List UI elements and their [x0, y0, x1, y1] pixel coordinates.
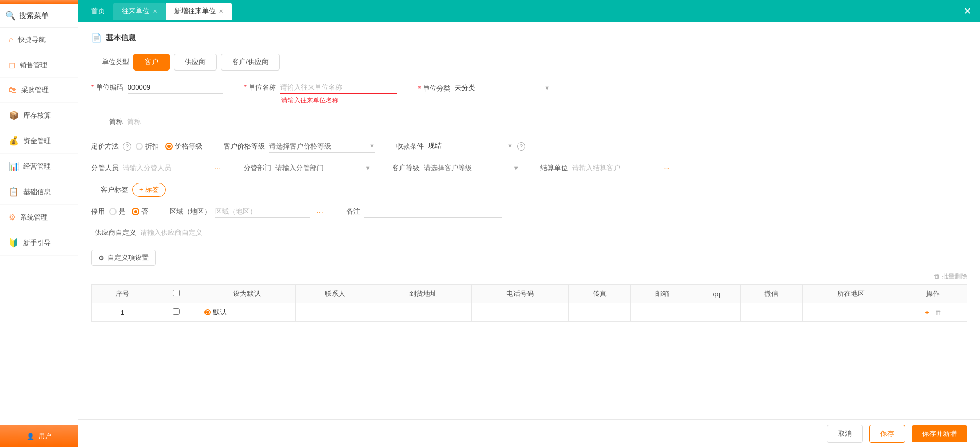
home-icon: ⌂ [8, 35, 14, 45]
unit-type-row: 单位类型 客户 供应商 客户/供应商 [91, 54, 967, 71]
pricing-help-icon[interactable]: ? [123, 142, 131, 151]
radio-no-label: 否 [141, 207, 148, 216]
remark-input[interactable] [364, 205, 502, 218]
pricing-radio-group: 折扣 价格等级 [136, 142, 202, 151]
payment-terms-select[interactable]: 现结 ▼ [428, 139, 513, 153]
customer-level-select[interactable]: ▼ [424, 162, 519, 174]
purchase-icon: 🛍 [8, 85, 17, 95]
cell-contact [296, 303, 375, 322]
sidebar-footer: 👤 用户 [0, 425, 78, 447]
sidebar-item-label: 资金管理 [23, 136, 51, 146]
radio-disabled-yes[interactable]: 是 [109, 207, 126, 216]
supplier-custom-input[interactable] [140, 226, 278, 239]
sidebar-item-purchase[interactable]: 🛍 采购管理 [0, 78, 78, 103]
tab-contacts-close[interactable]: ✕ [153, 8, 157, 15]
tab-new-contact[interactable]: 新增往来单位 ✕ [166, 3, 232, 20]
cell-fax [568, 303, 631, 322]
type-button-group: 客户 供应商 客户/供应商 [133, 54, 280, 71]
sidebar-item-finance[interactable]: 💰 资金管理 [0, 128, 78, 154]
dept-input[interactable] [275, 164, 365, 172]
unit-name-input[interactable] [280, 81, 397, 94]
manager-input[interactable] [123, 162, 208, 174]
sidebar-item-label: 基础信息 [23, 187, 51, 197]
pricing-method-label: 定价方法 [91, 142, 119, 151]
row-add-btn[interactable]: + [925, 309, 929, 317]
sidebar-bottom-label: 用户 [39, 432, 51, 441]
customer-level-input[interactable] [424, 164, 513, 172]
sidebar-item-label: 销售管理 [20, 60, 47, 70]
tabbar-close-btn[interactable]: ✕ [959, 5, 976, 17]
save-button[interactable]: 保存 [869, 425, 905, 443]
unit-category-select[interactable]: 未分类 ▼ [455, 81, 550, 95]
tab-contacts[interactable]: 往来单位 ✕ [113, 3, 166, 20]
region-more-btn[interactable]: ··· [315, 207, 325, 216]
cancel-button[interactable]: 取消 [827, 425, 863, 443]
tag-label: 客户标签 [91, 185, 128, 195]
search-menu[interactable]: 🔍 搜索菜单 [0, 4, 78, 28]
type-btn-both[interactable]: 客户/供应商 [221, 54, 280, 71]
alias-input[interactable] [127, 116, 233, 128]
batch-delete-btn[interactable]: 🗑 批量删除 [91, 272, 967, 281]
type-btn-supplier[interactable]: 供应商 [174, 54, 217, 71]
radio-price-level-circle [165, 143, 173, 150]
default-radio[interactable] [204, 309, 211, 315]
customer-level-dropdown-icon: ▼ [513, 165, 519, 171]
settings-icon: ⚙ [98, 254, 104, 262]
sidebar-item-inventory[interactable]: 📦 库存核算 [0, 103, 78, 128]
cell-phone [472, 303, 569, 322]
sidebar: 🔍 搜索菜单 ⌂ 快捷导航 ◻ 销售管理 🛍 采购管理 📦 库存核算 💰 资金管… [0, 0, 78, 447]
customer-price-level-input[interactable] [269, 142, 369, 150]
contacts-table: 序号 设为默认 联系人 到货地址 电话号码 传真 邮箱 qq 微信 所在地区 操… [91, 284, 967, 322]
manager-more-btn[interactable]: ··· [212, 164, 222, 172]
row-checkbox[interactable] [173, 308, 180, 315]
form-footer: 取消 保存 保存并新增 [78, 419, 980, 447]
cell-action: + 🗑 [899, 303, 967, 322]
region-input[interactable] [215, 205, 310, 218]
cell-address [375, 303, 472, 322]
unit-code-label: * 单位编码 [91, 83, 123, 92]
finance-icon: 💰 [8, 136, 19, 146]
region-label: 区域（地区） [170, 207, 211, 216]
radio-price-level[interactable]: 价格等级 [165, 142, 202, 151]
sidebar-item-basic-info[interactable]: 📋 基础信息 [0, 179, 78, 205]
th-fax: 传真 [568, 285, 631, 303]
sidebar-item-operations[interactable]: 📊 经营管理 [0, 154, 78, 179]
tab-home[interactable]: 首页 [83, 3, 113, 20]
inventory-icon: 📦 [8, 110, 19, 120]
radio-disabled-no[interactable]: 否 [132, 207, 148, 216]
th-region: 所在地区 [803, 285, 899, 303]
sidebar-item-sales[interactable]: ◻ 销售管理 [0, 52, 78, 78]
settlement-more-btn[interactable]: ··· [661, 164, 672, 172]
settlement-input[interactable] [572, 162, 657, 174]
tab-new-contact-close[interactable]: ✕ [219, 8, 224, 15]
custom-settings-label: 自定义项设置 [108, 253, 149, 262]
sidebar-item-quick-nav[interactable]: ⌂ 快捷导航 [0, 28, 78, 52]
cell-region [803, 303, 899, 322]
manager-row: 分管人员 ··· 分管部门 ▼ 客户等级 ▼ [91, 162, 967, 174]
unit-code-input[interactable] [128, 81, 223, 94]
sidebar-item-label: 采购管理 [21, 85, 49, 95]
row-delete-btn[interactable]: 🗑 [934, 309, 941, 317]
customer-price-level-select[interactable]: ▼ [269, 140, 375, 153]
sidebar-item-system[interactable]: ⚙ 系统管理 [0, 205, 78, 230]
table-row: 1 默认 [92, 303, 967, 322]
dept-select[interactable]: ▼ [275, 162, 371, 174]
save-new-button[interactable]: 保存并新增 [912, 425, 967, 442]
radio-no-circle [132, 208, 139, 215]
disabled-row: 停用 是 否 区域（地区） ··· [91, 205, 967, 218]
select-all-checkbox[interactable] [173, 290, 180, 296]
radio-discount-label: 折扣 [145, 142, 159, 151]
tab-new-contact-label: 新增往来单位 [174, 6, 216, 16]
customer-price-level-label: 客户价格等级 [224, 142, 265, 151]
th-email: 邮箱 [631, 285, 693, 303]
sidebar-item-label: 新手引导 [23, 238, 51, 248]
type-btn-customer[interactable]: 客户 [133, 54, 170, 71]
radio-discount[interactable]: 折扣 [136, 142, 159, 151]
search-icon: 🔍 [5, 11, 16, 21]
cell-wechat [740, 303, 803, 322]
add-tag-btn[interactable]: + 标签 [132, 183, 166, 197]
payment-help-icon[interactable]: ? [517, 142, 525, 151]
sidebar-item-label: 系统管理 [20, 213, 48, 222]
custom-settings-btn[interactable]: ⚙ 自定义项设置 [91, 250, 156, 266]
sidebar-item-guide[interactable]: 🔰 新手引导 [0, 230, 78, 256]
